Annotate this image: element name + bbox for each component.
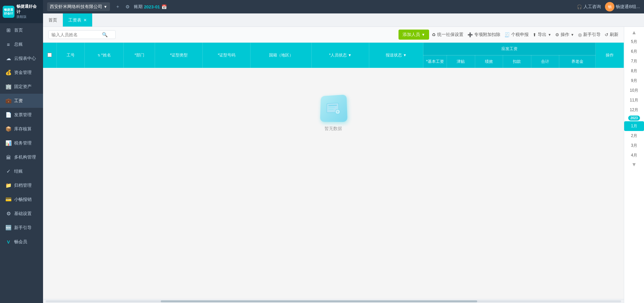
multi-org-icon: 🏛 [5, 155, 11, 160]
date-prev-button[interactable]: ▲ [630, 28, 638, 37]
logo-sub: 旗舰版 [16, 14, 40, 19]
col-pension: 养老金 [559, 55, 596, 68]
company-selector[interactable]: 西安虾米网络科技有限公司 ▼ [47, 2, 110, 11]
col-base-salary: *基本工资 [423, 55, 447, 68]
operations-label: 操作 [561, 32, 569, 38]
date-month-9[interactable]: 9月 [624, 76, 644, 86]
sidebar-item-tax[interactable]: 📊 税务管理 [0, 136, 43, 150]
invoice-icon: 📄 [5, 112, 11, 118]
sidebar-label-tax: 税务管理 [14, 140, 32, 146]
archive-icon: 📁 [5, 182, 11, 188]
sidebar: 畅捷通好会计 畅捷通好会计 旗舰版 ⊞ 首页 ≡ 总账 ☁ 云报表中心 💰 资金… [0, 0, 43, 303]
sidebar-item-checkout[interactable]: ✓ 结账 [0, 164, 43, 178]
settings-button[interactable]: ⚙ [124, 3, 131, 11]
table-scrollbar[interactable] [43, 299, 624, 303]
date-month-5[interactable]: 5月 [624, 37, 644, 47]
scrollbar-thumb [161, 300, 477, 302]
account-period-value: 2023-01 [144, 4, 160, 9]
date-month-2[interactable]: 2月 [624, 131, 644, 141]
sidebar-item-guide[interactable]: 🆕 新手引导 [0, 221, 43, 235]
tab-home[interactable]: 首页 [43, 13, 63, 27]
refresh-button[interactable]: ↺ 刷新 [605, 32, 618, 38]
sidebar-item-fixed-assets[interactable]: 🏢 固定资产 [0, 80, 43, 94]
topbar: 西安虾米网络科技有限公司 ▼ ＋ ⚙ 账期 2023-01 📅 🎧 人工咨询 畅… [43, 0, 644, 13]
sidebar-label-settings: 基础设置 [14, 211, 32, 217]
user-avatar: 畅 [605, 2, 614, 11]
col-performance: 绩效 [475, 55, 503, 68]
company-chevron-icon: ▼ [104, 5, 107, 9]
sidebar-label-inventory: 库存核算 [14, 126, 32, 132]
sidebar-item-inventory[interactable]: 📦 库存核算 [0, 122, 43, 136]
tab-salary[interactable]: 工资表 ✕ [63, 13, 92, 27]
search-wrap: 🔍 [48, 30, 116, 39]
date-month-6[interactable]: 6月 [624, 47, 644, 56]
sort-name-icon: ⇅ [98, 53, 100, 57]
calendar-icon[interactable]: 📅 [161, 4, 167, 9]
sidebar-label-member: 畅会员 [14, 239, 27, 245]
toolbar: 🔍 添加人员 ▼ ♻ 统一社保设置 ➕ 专项附加扣除 [43, 27, 624, 43]
sidebar-label-assets: 固定资产 [14, 84, 32, 90]
member-icon: V [5, 240, 11, 245]
sidebar-item-ledger[interactable]: ≡ 总账 [0, 37, 43, 51]
sidebar-item-settings[interactable]: ⚙ 基础设置 [0, 207, 43, 221]
svg-rect-3 [329, 109, 334, 110]
content-main: 🔍 添加人员 ▼ ♻ 统一社保设置 ➕ 专项附加扣除 [43, 27, 624, 303]
operations-button[interactable]: ⚙ 操作 ▼ [555, 32, 574, 38]
special-deduct-button[interactable]: ➕ 专项附加扣除 [467, 32, 500, 38]
settings-icon: ⚙ [5, 211, 11, 217]
report-status-filter-icon[interactable]: ▼ [403, 53, 407, 57]
date-month-12[interactable]: 12月 [624, 105, 644, 115]
date-month-10[interactable]: 10月 [624, 86, 644, 95]
inventory-icon: 📦 [5, 126, 11, 132]
search-icon: 🔍 [102, 32, 108, 37]
social-security-button[interactable]: ♻ 统一社保设置 [432, 32, 463, 38]
person-status-filter-icon[interactable]: ▼ [348, 53, 351, 57]
date-month-4[interactable]: 4月 [624, 150, 644, 160]
sidebar-label-fund: 资金管理 [14, 70, 32, 76]
checkout-icon: ✓ [5, 168, 11, 174]
user-info[interactable]: 畅 畅捷通B组... [605, 2, 640, 11]
search-input[interactable] [51, 32, 102, 37]
col-name: ⇅ *姓名 [85, 43, 124, 68]
sidebar-item-multi-org[interactable]: 🏛 多机构管理 [0, 150, 43, 164]
col-allowance: 津贴 [447, 55, 475, 68]
col-total: 合计 [531, 55, 559, 68]
sidebar-item-cloud-report[interactable]: ☁ 云报表中心 [0, 51, 43, 66]
social-security-icon: ♻ [432, 32, 436, 37]
logo-icon: 畅捷通好会计 [3, 6, 14, 18]
sidebar-item-member[interactable]: V 畅会员 [0, 235, 43, 249]
date-month-11[interactable]: 11月 [624, 95, 644, 105]
human-service-button[interactable]: 🎧 人工咨询 [577, 4, 601, 10]
col-id-no: *证型号码 [203, 43, 251, 68]
operations-chevron-icon: ▼ [571, 33, 574, 37]
date-month-8[interactable]: 8月 [624, 66, 644, 76]
sidebar-item-salary[interactable]: 💼 工资 [0, 94, 43, 108]
sidebar-label-salary: 工资 [14, 98, 23, 104]
sidebar-label-archive: 归档管理 [14, 182, 32, 188]
fund-icon: 💰 [5, 70, 11, 76]
account-period: 账期 2023-01 📅 [134, 4, 167, 10]
date-month-3[interactable]: 3月 [624, 141, 644, 150]
select-all-checkbox[interactable] [47, 53, 52, 57]
date-next-button[interactable]: ▼ [630, 160, 638, 169]
social-security-label: 统一社保设置 [437, 32, 463, 38]
add-company-button[interactable]: ＋ [114, 2, 121, 11]
add-person-button[interactable]: 添加人员 ▼ [399, 30, 429, 40]
new-guide-button[interactable]: ◎ 新手引导 [578, 32, 601, 38]
sidebar-item-home[interactable]: ⊞ 首页 [0, 23, 43, 37]
refresh-icon: ↺ [605, 32, 608, 37]
topbar-actions: ＋ ⚙ [114, 2, 131, 11]
sidebar-item-invoice[interactable]: 📄 发票管理 [0, 108, 43, 122]
sidebar-item-fund[interactable]: 💰 资金管理 [0, 66, 43, 80]
sidebar-item-archive[interactable]: 📁 归档管理 [0, 178, 43, 192]
date-month-7[interactable]: 7月 [624, 56, 644, 66]
company-name: 西安虾米网络科技有限公司 [50, 4, 102, 10]
tab-close-icon[interactable]: ✕ [83, 18, 87, 23]
sidebar-item-expense[interactable]: 💳 小畅报销 [0, 192, 43, 207]
new-guide-icon: ◎ [578, 32, 582, 37]
topbar-right: 🎧 人工咨询 畅 畅捷通B组... [577, 2, 640, 11]
date-month-1[interactable]: 1月 [624, 121, 644, 131]
export-button[interactable]: ⬆ 导出 ▼ [533, 32, 551, 38]
sidebar-label-checkout: 结账 [14, 168, 23, 174]
personal-tax-button[interactable]: 🧾 个税申报 [504, 32, 529, 38]
